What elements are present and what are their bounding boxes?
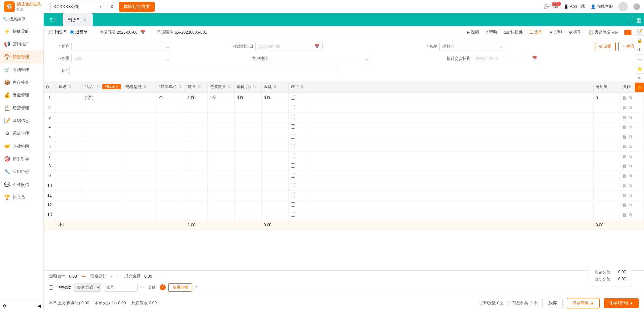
warehouse-input[interactable]: 建材仓 ... [439, 42, 506, 51]
copy-icon[interactable]: ⧉ [629, 125, 632, 129]
sidebar-item-quick-nav[interactable]: ⚡ 快捷导航 [0, 25, 43, 38]
copy-icon[interactable]: ⧉ [629, 183, 632, 188]
copy-icon[interactable]: ⧉ [629, 144, 632, 149]
scan-button[interactable]: 扫码录入 [102, 84, 121, 89]
save-draft-button[interactable]: 保存草稿 ▲ [567, 298, 600, 308]
row-barcode[interactable] [56, 93, 83, 103]
float-btn-3[interactable]: 👁 [635, 45, 644, 54]
row-pkg[interactable]: 1个 [207, 93, 234, 103]
operation-btn[interactable]: ⚙ 操作 [567, 28, 583, 36]
th-qty[interactable]: *数量 ⇅ [184, 81, 207, 93]
row-gift[interactable] [288, 93, 306, 103]
th-pkg[interactable]: 包装数量 ⇅ [207, 81, 234, 93]
one-click-payment-checkbox[interactable]: 一键收款 [49, 285, 71, 290]
sidebar-item-inventory[interactable]: 📦 库存核算 [0, 76, 43, 89]
copy-icon[interactable]: ⧉ [629, 134, 632, 139]
sidebar-item-app-center[interactable]: 🔧 应用中心 [0, 165, 43, 178]
th-product[interactable]: *商品 ⇅ 扫码录入 [83, 81, 123, 93]
select-btn[interactable]: ☰ 选单 [527, 28, 544, 36]
copy-icon[interactable]: ⧉ [629, 212, 632, 217]
th-settings[interactable]: ⚙ [44, 81, 56, 93]
sidebar-item-marketing[interactable]: 📢 营销推广 [0, 38, 43, 50]
layout-icon[interactable]: ▦ [636, 17, 641, 23]
sidebar-item-basic[interactable]: 📝 基础信息 [0, 114, 43, 127]
nav-next-icon[interactable]: ▶ [615, 30, 618, 35]
message-button[interactable]: 💬 消息 99+ [544, 4, 558, 9]
copy-icon[interactable]: ⧉ [629, 193, 632, 198]
nav-prev-icon[interactable]: ◀ [611, 30, 614, 35]
copy-icon[interactable]: ⧉ [629, 95, 632, 100]
row-price[interactable]: 0.00 [234, 93, 261, 103]
video-btn[interactable]: ▶ 视频 [465, 28, 481, 36]
sidebar-item-wechat[interactable]: 💬 企业微信 [0, 178, 43, 191]
salesperson-input[interactable]: 选择... ... [71, 54, 172, 63]
tab-home[interactable]: 首页 [44, 13, 63, 26]
arrears-info-icon[interactable]: i [112, 301, 117, 305]
payment-method-select[interactable]: 结算方式 [74, 283, 101, 292]
price-info-icon[interactable]: i [246, 85, 251, 89]
th-spec[interactable]: 规格型号 ⇅ [123, 81, 157, 93]
delete-icon[interactable]: 🗑 [622, 105, 627, 110]
th-gift[interactable]: 赠品 ⇅ [288, 81, 306, 93]
delete-icon[interactable]: 🗑 [622, 154, 627, 159]
copy-icon[interactable]: ⧉ [629, 173, 632, 178]
history-btn[interactable]: 📋 历史单据 ◀ ▶ [586, 28, 620, 36]
notes-input[interactable] [69, 66, 338, 75]
account-input[interactable] [104, 283, 138, 292]
sidebar-item-collab[interactable]: 🤝 企业协同 [0, 140, 43, 153]
float-btn-4[interactable]: ✏ [635, 54, 644, 64]
row-product[interactable]: 拆货 [83, 93, 123, 103]
tab-sales-order[interactable]: 销货单 ✕ [63, 13, 93, 26]
delete-icon[interactable]: 🗑 [622, 212, 627, 217]
float-btn-7[interactable]: 🔶 [635, 83, 644, 92]
sidebar-search[interactable]: 🔍 搜索菜单 [0, 13, 43, 25]
copy-icon[interactable]: ⧉ [629, 154, 632, 159]
customer-addr-input[interactable]: ... [270, 54, 371, 63]
copy-icon[interactable]: ⧉ [629, 115, 632, 120]
row-unit[interactable]: 个 [157, 93, 184, 103]
delivery-date-input[interactable]: yyyy-mm-dd 📅 [473, 54, 540, 63]
delete-icon[interactable]: 🗑 [622, 125, 627, 129]
expand-icon[interactable]: ⛶ [628, 17, 634, 23]
sidebar-settings-icon[interactable]: ⚙ [3, 304, 6, 308]
row-spec[interactable] [123, 93, 157, 103]
sidebar-collapse-icon[interactable]: ◀ [38, 304, 41, 308]
th-barcode[interactable]: 条码 ⇅ [56, 81, 83, 93]
company-selector[interactable]: XXXXXX公司 ▾ [50, 2, 104, 11]
sidebar-item-guide[interactable]: 🎯 新手引导 [0, 153, 43, 165]
float-btn-5[interactable]: ⭐ [635, 64, 644, 73]
expense-split-button[interactable]: 费用分摊 [168, 283, 192, 292]
delete-icon[interactable]: 🗑 [622, 173, 627, 178]
grid-view-icon[interactable] [624, 30, 631, 35]
tab-close-button[interactable]: ✕ [82, 17, 87, 23]
sidebar-item-member[interactable]: 🏆 畅会员 [0, 191, 43, 204]
shortcut-btn[interactable]: ⌨ 快捷键 [502, 28, 525, 36]
delete-icon[interactable]: 🗑 [622, 193, 627, 198]
delete-icon[interactable]: 🗑 [622, 203, 627, 207]
help-btn[interactable]: ? 帮助 [484, 28, 499, 36]
delete-icon[interactable]: 🗑 [622, 95, 627, 100]
due-date-input[interactable]: yyyy-mm-dd 📅 [255, 42, 323, 51]
copy-icon[interactable]: ⧉ [629, 203, 632, 207]
print-btn[interactable]: 🖨 打印 [547, 28, 564, 36]
customer-input[interactable]: ... [71, 42, 172, 51]
save-new-button[interactable]: 保存&新增 ▲ [604, 298, 639, 308]
sidebar-item-finance[interactable]: 💰 资金管理 [0, 89, 43, 102]
delete-icon[interactable]: 🗑 [622, 144, 627, 149]
sidebar-item-system[interactable]: ⚙ 系统管理 [0, 127, 43, 140]
settings-icon[interactable]: ⚙ [107, 2, 116, 11]
setting-button[interactable]: ⊙ 设置 [595, 42, 616, 51]
add-payment-button[interactable]: + [160, 284, 166, 290]
delete-icon[interactable]: 🗑 [622, 183, 627, 188]
copy-icon[interactable]: ⧉ [629, 105, 632, 110]
trial-button[interactable]: 体验行业方案 [119, 2, 155, 12]
delete-icon[interactable]: 🗑 [622, 115, 627, 120]
expense-help-icon[interactable]: ? [195, 285, 197, 290]
float-btn-2[interactable]: 🔒 [635, 36, 644, 45]
app-download-button[interactable]: 📱 App下载 [564, 4, 585, 9]
row-amount[interactable]: 0.00 [261, 93, 288, 103]
radio-return[interactable]: 退货单 [70, 29, 87, 35]
online-service-button[interactable]: 👤 在线客服 [591, 4, 613, 9]
calendar-icon[interactable]: 📅 [140, 30, 145, 35]
float-btn-1[interactable]: 📝 [635, 26, 644, 36]
